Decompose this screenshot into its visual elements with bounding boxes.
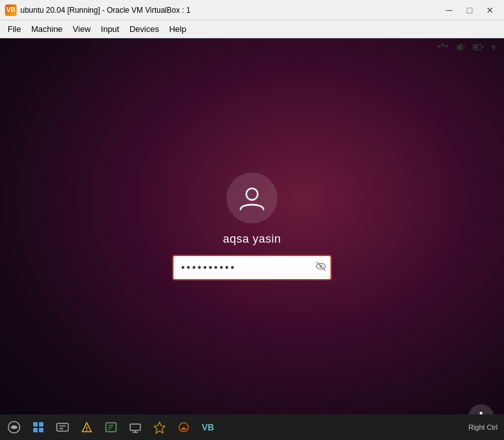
svg-rect-8 [482, 47, 484, 48]
taskbar-right-ctrl-label: Right Ctrl [468, 423, 501, 431]
password-field-wrapper [172, 255, 332, 280]
taskbar: VB Right Ctrl [0, 414, 504, 440]
svg-rect-24 [130, 424, 140, 430]
password-input[interactable] [172, 255, 332, 280]
audio-icon[interactable] [453, 40, 468, 55]
app-icon: VB [5, 4, 17, 16]
menu-devices[interactable]: Devices [124, 22, 164, 36]
svg-point-10 [246, 188, 258, 200]
svg-rect-20 [57, 423, 68, 431]
svg-rect-9 [475, 46, 478, 49]
window-title: ubuntu 20.04 [Running] - Oracle VM Virtu… [20, 6, 440, 15]
network-icon[interactable] [435, 40, 450, 55]
window-controls: ─ □ ✕ [440, 3, 499, 17]
dropdown-arrow-icon[interactable]: ▾ [489, 40, 499, 55]
menu-file[interactable]: File [3, 22, 26, 36]
svg-rect-19 [39, 428, 43, 432]
menu-input[interactable]: Input [96, 22, 124, 36]
svg-rect-16 [33, 422, 38, 427]
avatar [226, 172, 278, 224]
menu-bar: File Machine View Input Devices Help [0, 20, 504, 38]
svg-marker-6 [457, 43, 462, 52]
taskbar-icon-3[interactable] [51, 416, 74, 439]
taskbar-icon-7[interactable] [148, 416, 171, 439]
taskbar-icon-8[interactable] [172, 416, 195, 439]
taskbar-icon-6[interactable] [124, 416, 147, 439]
title-bar: VB ubuntu 20.04 [Running] - Oracle VM Vi… [0, 0, 504, 20]
taskbar-icon-5[interactable] [100, 416, 122, 439]
menu-help[interactable]: Help [164, 22, 191, 36]
close-button[interactable]: ✕ [481, 3, 499, 17]
login-area: aqsa yasin [172, 172, 332, 280]
maximize-button[interactable]: □ [461, 3, 478, 17]
user-icon [237, 183, 267, 213]
toggle-password-button[interactable] [315, 261, 327, 275]
svg-point-22 [86, 430, 87, 431]
battery-icon[interactable] [471, 40, 486, 55]
menu-view[interactable]: View [68, 22, 96, 36]
app-icon-text: VB [6, 6, 15, 13]
minimize-button[interactable]: ─ [440, 3, 458, 17]
taskbar-icon-4[interactable] [75, 416, 98, 439]
svg-rect-18 [33, 428, 38, 432]
taskbar-icon-9[interactable]: VB [196, 416, 219, 439]
vm-toolbar: ▾ [435, 40, 499, 55]
username-label: aqsa yasin [223, 232, 281, 246]
taskbar-icon-2[interactable] [27, 416, 50, 439]
taskbar-icon-1[interactable] [3, 416, 26, 439]
svg-rect-17 [39, 422, 43, 427]
vm-screen: aqsa yasin [0, 38, 504, 440]
menu-machine[interactable]: Machine [26, 22, 68, 36]
